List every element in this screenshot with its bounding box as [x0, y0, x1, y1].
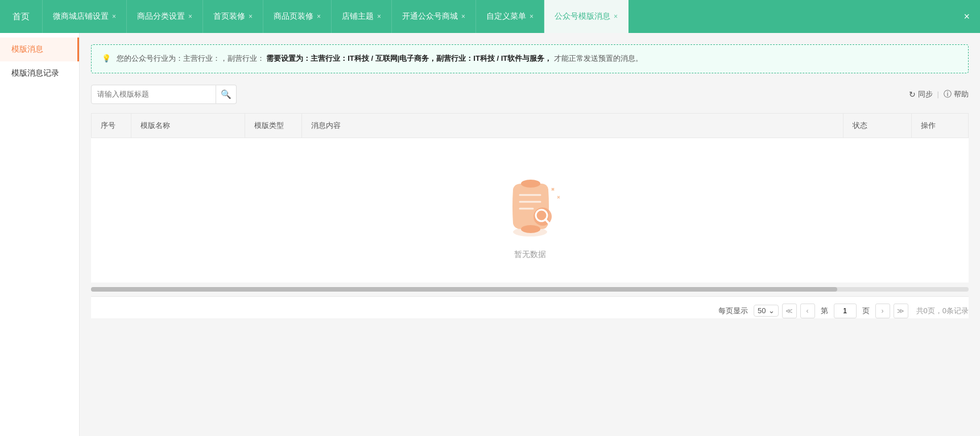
tab-custom-menu[interactable]: 自定义菜单 × [476, 0, 544, 33]
table-header: 序号 模版名称 模版类型 消息内容 状态 操作 [92, 113, 969, 138]
empty-state: 暂无数据 [91, 138, 969, 283]
tab-store-theme[interactable]: 店铺主题 × [332, 0, 392, 33]
search-input[interactable] [91, 85, 216, 104]
content-area: 💡 您的公众号行业为：主营行业：，副营行业： 需要设置为：主营行业：IT科技 /… [80, 33, 980, 436]
search-bar: 🔍 ↻ 同步 | ⓘ 帮助 [91, 85, 969, 104]
notice-highlight: 需要设置为：主营行业：IT科技 / 互联网|电子商务，副营行业：IT科技 / I… [266, 54, 552, 63]
last-page-button[interactable]: ≫ [894, 304, 908, 318]
tab-product-decor[interactable]: 商品页装修 × [263, 0, 332, 33]
global-close-button[interactable]: × [953, 11, 980, 23]
tab-wechat-shop[interactable]: 微商城店铺设置 × [43, 0, 127, 33]
tab-bar: 首页 微商城店铺设置 × 商品分类设置 × 首页装修 × 商品页装修 × 店铺主… [0, 0, 980, 33]
empty-text: 暂无数据 [514, 250, 546, 260]
notice-box: 💡 您的公众号行业为：主营行业：，副营行业： 需要设置为：主营行业：IT科技 /… [91, 44, 969, 73]
col-name: 模版名称 [131, 113, 245, 138]
notice-icon: 💡 [102, 54, 111, 63]
total-text: 共0页，0条记录 [916, 306, 969, 316]
col-action: 操作 [912, 113, 969, 138]
tab-home-decor-label: 首页装修 [213, 11, 245, 22]
per-page-chevron-icon: ⌄ [768, 306, 775, 315]
tab-open-mall[interactable]: 开通公众号商城 × [392, 0, 476, 33]
page-label: 第 [821, 306, 828, 316]
sidebar-item-template-msg[interactable]: 模版消息 [0, 38, 79, 61]
tab-store-theme-label: 店铺主题 [342, 11, 374, 22]
search-button[interactable]: 🔍 [216, 85, 237, 104]
horizontal-scrollbar[interactable] [91, 287, 969, 292]
tab-wechat-shop-close[interactable]: × [112, 13, 116, 20]
tab-category-close[interactable]: × [188, 13, 192, 20]
tab-template-msg[interactable]: 公众号模版消息 × [544, 0, 628, 33]
tab-open-mall-close[interactable]: × [461, 13, 465, 20]
sync-label: 同步 [918, 89, 933, 99]
search-icon: 🔍 [221, 89, 231, 99]
first-page-button[interactable]: ≪ [782, 304, 797, 318]
empty-illustration [496, 172, 564, 240]
scroll-thumb[interactable] [91, 287, 837, 292]
toolbar-right: ↻ 同步 | ⓘ 帮助 [909, 89, 969, 99]
sidebar-item-template-msg-log-label: 模版消息记录 [11, 68, 59, 77]
page-unit: 页 [862, 306, 870, 316]
pagination-bar: 每页显示 50 ⌄ ≪ ‹ 第 页 › ≫ 共0页，0条记录 [91, 296, 969, 318]
sidebar: 模版消息 模版消息记录 [0, 33, 80, 436]
tab-store-theme-close[interactable]: × [377, 13, 381, 20]
data-table: 序号 模版名称 模版类型 消息内容 状态 操作 [91, 113, 969, 138]
toolbar-divider: | [937, 90, 939, 98]
tab-template-msg-label: 公众号模版消息 [555, 11, 610, 22]
sync-icon: ↻ [909, 90, 916, 99]
svg-point-2 [521, 225, 540, 233]
col-type: 模版类型 [245, 113, 302, 138]
tab-home-decor-close[interactable]: × [249, 13, 253, 20]
tab-wechat-shop-label: 微商城店铺设置 [53, 11, 109, 22]
prev-page-button[interactable]: ‹ [800, 304, 815, 318]
per-page-select[interactable]: 50 ⌄ [754, 305, 778, 317]
svg-point-1 [521, 180, 540, 188]
tab-custom-menu-label: 自定义菜单 [486, 11, 526, 22]
per-page-label: 每页显示 [718, 306, 748, 316]
next-page-button[interactable]: › [875, 304, 890, 318]
tab-open-mall-label: 开通公众号商城 [402, 11, 458, 22]
tab-category[interactable]: 商品分类设置 × [127, 0, 203, 33]
col-index: 序号 [92, 113, 131, 138]
tab-template-msg-close[interactable]: × [614, 13, 618, 20]
notice-suffix: 才能正常发送预置的消息。 [554, 54, 643, 63]
sync-button[interactable]: ↻ 同步 [909, 89, 933, 99]
tab-category-label: 商品分类设置 [137, 11, 185, 22]
notice-prefix: 您的公众号行业为：主营行业：，副营行业： [117, 54, 264, 63]
sidebar-item-template-msg-log[interactable]: 模版消息记录 [0, 61, 79, 85]
sidebar-item-template-msg-label: 模版消息 [11, 44, 43, 53]
tab-product-decor-label: 商品页装修 [274, 11, 313, 22]
page-input[interactable] [834, 304, 857, 318]
help-icon: ⓘ [944, 89, 952, 99]
tab-product-decor-close[interactable]: × [317, 13, 321, 20]
help-button[interactable]: ⓘ 帮助 [944, 89, 969, 99]
table-scroll-area: 序号 模版名称 模版类型 消息内容 状态 操作 [91, 113, 969, 296]
tab-custom-menu-close[interactable]: × [530, 13, 534, 20]
tab-home[interactable]: 首页 [0, 0, 43, 33]
tab-home-label: 首页 [13, 11, 30, 22]
col-content: 消息内容 [302, 113, 843, 138]
tab-home-decor[interactable]: 首页装修 × [203, 0, 263, 33]
per-page-value: 50 [758, 306, 766, 315]
help-label: 帮助 [954, 89, 969, 99]
main-layout: 模版消息 模版消息记录 💡 您的公众号行业为：主营行业：，副营行业： 需要设置为… [0, 33, 980, 436]
col-status: 状态 [843, 113, 912, 138]
